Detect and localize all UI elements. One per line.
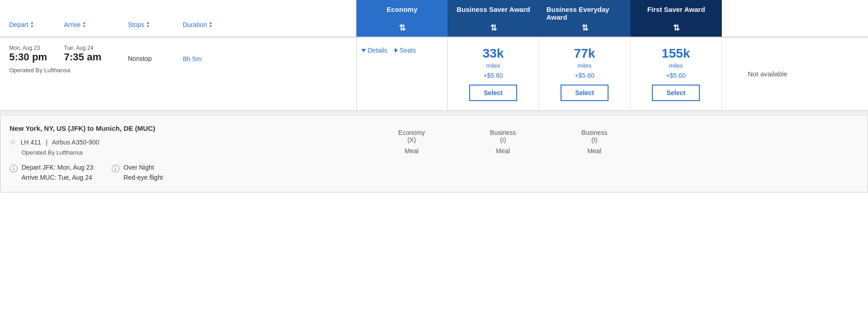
- flight-info-section: Mon, Aug 23 5:30 pm Tue, Aug 24 7:35 am …: [0, 37, 356, 110]
- economy-fee: +$5.60: [483, 72, 503, 79]
- economy-class-name: Economy (X): [398, 129, 425, 144]
- depart-info-block: ⓘ Depart JFK: Mon, Aug 23 Arrive MUC: Tu…: [10, 162, 93, 183]
- economy-sort-icon: ⇅: [399, 23, 406, 33]
- business1-class-code: (I): [500, 136, 506, 144]
- col-header-first-saver[interactable]: First Saver Award ⇅: [630, 0, 722, 37]
- details-icon: [361, 49, 366, 52]
- economy-class-label: Economy: [398, 129, 425, 136]
- stops-block: Nonstop: [128, 45, 183, 62]
- economy-service-col: Economy (X) Meal: [366, 124, 457, 183]
- economy-class-code: (X): [408, 136, 416, 144]
- overnight-info-text: Over Night Red-eye flight: [123, 162, 163, 183]
- business2-class-code: (I): [591, 136, 597, 144]
- details-right: Economy (X) Meal Business (I) Meal Busin…: [366, 124, 858, 183]
- duration-block: 8h 5m: [183, 45, 247, 63]
- aircraft-type: Airbus A350-900: [52, 139, 100, 146]
- business-saver-miles-value: 77k: [574, 47, 595, 61]
- economy-meal-label: Meal: [405, 147, 418, 155]
- business1-meal-label: Meal: [496, 147, 510, 155]
- economy-price-cell: 33k miles +$5.60 Select: [448, 37, 539, 110]
- first-saver-sort-icon: ⇅: [673, 23, 680, 33]
- stops-sort-icon: ▲▼: [146, 21, 150, 28]
- overnight-label: Over Night: [123, 164, 154, 171]
- details-left: New York, NY, US (JFK) to Munich, DE (MU…: [10, 124, 366, 183]
- arrive-label: Arrive: [64, 21, 81, 28]
- pipe-separator: |: [46, 139, 48, 146]
- economy-miles-label: miles: [486, 62, 500, 69]
- section-separator: [0, 111, 868, 115]
- depart-label: Depart: [9, 21, 28, 28]
- duration-label: Duration: [183, 21, 207, 28]
- flight-num-row: ☆ LH 411 | Airbus A350-900: [10, 138, 357, 146]
- flight-row: Mon, Aug 23 5:30 pm Tue, Aug 24 7:35 am …: [0, 37, 868, 111]
- sort-duration[interactable]: Duration ▲▼: [183, 17, 247, 32]
- business-saver-select-button[interactable]: Select: [561, 85, 609, 101]
- details-panel: New York, NY, US (JFK) to Munich, DE (MU…: [0, 115, 868, 193]
- business-everyday-select-button[interactable]: Select: [652, 85, 700, 101]
- business-saver-miles-label: miles: [577, 62, 591, 69]
- business2-class-label: Business: [582, 129, 608, 136]
- col-header-business-everyday[interactable]: Business Everyday Award ⇅: [539, 0, 630, 37]
- depart-info-text: Depart JFK: Mon, Aug 23 Arrive MUC: Tue,…: [21, 162, 93, 183]
- overnight-info-block: ⓘ Over Night Red-eye flight: [111, 162, 163, 183]
- seats-label: Seats: [400, 47, 416, 54]
- star-icon: ☆: [10, 138, 16, 146]
- business1-class-label: Business: [490, 129, 516, 136]
- business-everyday-miles-value: 155k: [662, 47, 690, 61]
- details-inner: New York, NY, US (JFK) to Munich, DE (MU…: [0, 115, 868, 192]
- arrive-block: Tue, Aug 24 7:35 am: [64, 45, 128, 63]
- business-saver-price-cell: 77k miles +$5.60 Select: [539, 37, 630, 110]
- sort-stops[interactable]: Stops ▲▼: [128, 17, 183, 32]
- spacer-col: [640, 124, 858, 183]
- header-left: Depart ▲▼ Arrive ▲▼ Stops ▲▼ Duration ▲▼: [0, 0, 356, 37]
- first-saver-not-available: Not available: [722, 37, 813, 110]
- duration-sort-icon: ▲▼: [209, 21, 212, 28]
- arrive-sort-icon: ▲▼: [83, 21, 86, 28]
- stops-label: Stops: [128, 21, 144, 28]
- depart-date: Mon, Aug 23: [9, 45, 64, 51]
- depart-sort-icon: ▲▼: [30, 21, 34, 28]
- details-seats-section: Details Seats: [356, 37, 448, 110]
- business-everyday-price-cell: 155k miles +$5.60 Select: [630, 37, 722, 110]
- duration-value: 8h 5m: [183, 55, 202, 63]
- depart-arrive-info: ⓘ Depart JFK: Mon, Aug 23 Arrive MUC: Tu…: [10, 162, 357, 183]
- not-available-label: Not available: [748, 70, 788, 78]
- overnight-exclaim-icon: ⓘ: [111, 163, 120, 174]
- header-row: Depart ▲▼ Arrive ▲▼ Stops ▲▼ Duration ▲▼…: [0, 0, 868, 37]
- sort-depart[interactable]: Depart ▲▼: [9, 17, 64, 32]
- depart-info-line2: Arrive MUC: Tue, Aug 24: [21, 174, 92, 181]
- economy-miles-value: 33k: [482, 47, 504, 61]
- business1-service-col: Business (I) Meal: [457, 124, 549, 183]
- economy-header-label: Economy: [386, 5, 418, 13]
- details-button[interactable]: Details: [361, 45, 387, 56]
- seats-button[interactable]: Seats: [395, 45, 416, 56]
- route-title: New York, NY, US (JFK) to Munich, DE (MU…: [10, 124, 357, 132]
- first-saver-header-label: First Saver Award: [647, 5, 705, 13]
- business1-class-name: Business (I): [490, 129, 516, 144]
- business-everyday-sort-icon: ⇅: [582, 23, 588, 33]
- business-everyday-miles-label: miles: [669, 62, 683, 69]
- flight-number: LH 411: [21, 139, 41, 146]
- seats-icon: [395, 48, 398, 53]
- arrive-time: 7:35 am: [64, 51, 128, 63]
- details-label: Details: [368, 47, 387, 54]
- main-container: Depart ▲▼ Arrive ▲▼ Stops ▲▼ Duration ▲▼…: [0, 0, 868, 332]
- operated-by: Operated By Lufthansa: [9, 67, 347, 74]
- flight-times: Mon, Aug 23 5:30 pm Tue, Aug 24 7:35 am …: [9, 45, 347, 63]
- redeye-label: Red-eye flight: [123, 174, 163, 181]
- business-everyday-fee: +$5.60: [666, 72, 686, 79]
- depart-time: 5:30 pm: [9, 51, 64, 63]
- col-header-economy[interactable]: Economy ⇅: [356, 0, 448, 37]
- business2-meal-label: Meal: [587, 147, 601, 155]
- economy-select-button[interactable]: Select: [469, 85, 517, 101]
- col-header-business-saver[interactable]: Business Saver Award ⇅: [448, 0, 539, 37]
- business2-service-col: Business (I) Meal: [549, 124, 640, 183]
- operated-detail: Operated By Lufthansa: [21, 149, 357, 156]
- depart-info-line1: Depart JFK: Mon, Aug 23: [21, 164, 93, 171]
- depart-exclaim-icon: ⓘ: [10, 163, 18, 174]
- business-saver-sort-icon: ⇅: [490, 23, 497, 33]
- business2-class-name: Business (I): [582, 129, 608, 144]
- sort-arrive[interactable]: Arrive ▲▼: [64, 17, 128, 32]
- business-saver-header-label: Business Saver Award: [457, 5, 530, 13]
- business-everyday-header-label: Business Everyday Award: [546, 5, 623, 21]
